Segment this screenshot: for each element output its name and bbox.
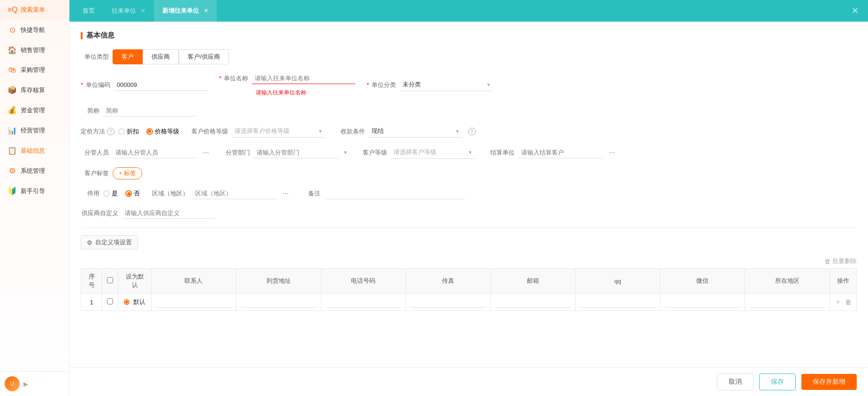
disabled-yes-radio[interactable] bbox=[103, 190, 110, 197]
custom-settings-button[interactable]: ⚙ 自定义项设置 bbox=[81, 235, 138, 249]
sidebar-item-guide[interactable]: 🔰 新手引导 bbox=[0, 181, 69, 201]
remark-input[interactable] bbox=[324, 188, 465, 199]
email-input[interactable] bbox=[495, 296, 571, 308]
th-wechat: 微信 bbox=[660, 269, 745, 294]
batch-delete-icon: 🗑 bbox=[824, 258, 830, 265]
cancel-button[interactable]: 取消 bbox=[717, 373, 754, 390]
unit-type-buttons: 客户 供应商 客户/供应商 bbox=[113, 49, 229, 64]
payment-terms-select[interactable]: 现结 ▼ bbox=[369, 125, 463, 138]
system-icon: ⚙ bbox=[8, 166, 17, 175]
unit-category-select[interactable]: 未分类 ▼ bbox=[400, 78, 494, 91]
address-input[interactable] bbox=[241, 296, 316, 308]
tab-trading-units[interactable]: 往来单位 ✕ bbox=[103, 0, 154, 22]
tab-home[interactable]: 首页 bbox=[74, 0, 103, 22]
tab-bar: 首页 往来单位 ✕ 新增往来单位 ✕ ✕ bbox=[69, 0, 868, 22]
th-checkbox bbox=[102, 269, 118, 294]
add-tag-button[interactable]: + 标签 bbox=[113, 167, 142, 179]
customer-level-placeholder: 请选择客户等级 bbox=[394, 148, 466, 156]
sidebar-item-label: 基础信息 bbox=[21, 147, 45, 155]
unit-name-input[interactable] bbox=[252, 73, 355, 84]
sidebar-item-purchase[interactable]: 🛍 采购管理 bbox=[0, 60, 69, 80]
td-area[interactable] bbox=[745, 294, 830, 311]
td-fax[interactable] bbox=[406, 294, 491, 311]
divider bbox=[81, 227, 857, 228]
region-more[interactable]: ··· bbox=[281, 189, 290, 198]
area-input[interactable] bbox=[750, 296, 825, 308]
qq-input[interactable] bbox=[580, 296, 655, 308]
table-header: 序号 设为默认 联系人 到货地址 电话号码 传真 邮箱 qq 微信 所在地区 操… bbox=[81, 269, 857, 294]
add-row-icon[interactable]: ＋ bbox=[835, 298, 841, 306]
unit-name-label: * 单位名称 bbox=[219, 74, 249, 83]
unit-code-input[interactable] bbox=[114, 79, 208, 91]
phone-input[interactable] bbox=[326, 296, 401, 308]
pricing-discount-option[interactable]: 折扣 bbox=[118, 127, 139, 136]
dept-chevron: ▼ bbox=[343, 150, 348, 155]
sidebar-expand-icon[interactable]: ▶ bbox=[23, 380, 28, 388]
disabled-no-option[interactable]: 否 bbox=[125, 189, 140, 198]
sidebar: ≡Q 搜索菜单 ⊙ 快捷导航 🏠 销售管理 🛍 采购管理 📦 库存核算 💰 资金… bbox=[0, 0, 69, 396]
avatar: U bbox=[5, 376, 20, 391]
unit-name-required: * bbox=[219, 75, 221, 82]
pricing-level-option[interactable]: 价格等级 bbox=[146, 127, 179, 136]
fax-input[interactable] bbox=[411, 296, 486, 308]
td-default: 默认 bbox=[118, 294, 152, 311]
tab-bar-close-button[interactable]: ✕ bbox=[847, 6, 863, 16]
customer-price-level-select[interactable]: 请选择客户价格等级 ▼ bbox=[232, 125, 326, 138]
tab-trading-units-close[interactable]: ✕ bbox=[141, 8, 145, 14]
default-radio[interactable] bbox=[124, 299, 129, 305]
region-input[interactable] bbox=[192, 188, 277, 199]
tab-trading-units-label: 往来单位 bbox=[112, 7, 136, 15]
customer-level-field: 客户等级 请选择客户等级 ▼ bbox=[359, 146, 475, 159]
delete-row-icon[interactable]: 🗑 bbox=[845, 298, 852, 306]
inventory-icon: 📦 bbox=[8, 85, 17, 94]
type-btn-supplier[interactable]: 供应商 bbox=[143, 49, 179, 64]
td-qq[interactable] bbox=[575, 294, 660, 311]
wechat-input[interactable] bbox=[665, 296, 740, 308]
dept-input[interactable] bbox=[254, 147, 338, 158]
td-email[interactable] bbox=[490, 294, 575, 311]
td-address[interactable] bbox=[236, 294, 321, 311]
td-wechat[interactable] bbox=[660, 294, 745, 311]
sidebar-item-inventory[interactable]: 📦 库存核算 bbox=[0, 80, 69, 100]
pricing-help-icon[interactable]: ? bbox=[107, 128, 114, 135]
disabled-yes-option[interactable]: 是 bbox=[103, 189, 118, 198]
payment-help-icon[interactable]: ? bbox=[468, 128, 476, 135]
sidebar-item-base-info[interactable]: 📋 基础信息 bbox=[0, 140, 69, 161]
dept-manager-more[interactable]: ··· bbox=[201, 148, 211, 157]
sidebar-item-finance[interactable]: 💰 资金管理 bbox=[0, 100, 69, 120]
batch-delete-label[interactable]: 批量删除 bbox=[832, 257, 857, 265]
tab-new-trading-unit-close[interactable]: ✕ bbox=[204, 8, 208, 14]
payment-terms-chevron: ▼ bbox=[455, 129, 460, 134]
td-contact[interactable] bbox=[152, 294, 236, 311]
type-btn-customer[interactable]: 客户 bbox=[113, 49, 143, 64]
pricing-level-radio[interactable] bbox=[146, 128, 153, 135]
dept-manager-input[interactable] bbox=[113, 147, 197, 158]
pricing-discount-radio[interactable] bbox=[118, 128, 125, 135]
row-checkbox[interactable] bbox=[107, 298, 113, 304]
select-all-checkbox[interactable] bbox=[107, 277, 113, 283]
customer-level-select[interactable]: 请选择客户等级 ▼ bbox=[391, 146, 475, 159]
short-name-input[interactable] bbox=[103, 105, 197, 116]
sidebar-item-search[interactable]: ≡Q 搜索菜单 bbox=[0, 0, 69, 20]
td-phone[interactable] bbox=[321, 294, 406, 311]
sidebar-item-operations[interactable]: 📊 经营管理 bbox=[0, 120, 69, 140]
save-new-button[interactable]: 保存并新增 bbox=[801, 374, 857, 390]
sidebar-item-label: 资金管理 bbox=[21, 106, 45, 115]
customer-price-level-chevron: ▼ bbox=[318, 129, 323, 134]
sidebar-item-quick-nav[interactable]: ⊙ 快捷导航 bbox=[0, 20, 69, 40]
sidebar-item-sales[interactable]: 🏠 销售管理 bbox=[0, 40, 69, 60]
save-button[interactable]: 保存 bbox=[759, 373, 796, 390]
default-radio-option[interactable]: 默认 bbox=[123, 298, 146, 306]
unit-category-chevron: ▼ bbox=[486, 82, 491, 87]
sidebar-item-label: 库存核算 bbox=[21, 86, 45, 94]
contact-input[interactable] bbox=[156, 296, 231, 308]
sidebar-item-system[interactable]: ⚙ 系统管理 bbox=[0, 161, 69, 181]
customer-tag-field: 客户标签 + 标签 bbox=[81, 167, 142, 179]
settlement-unit-more[interactable]: ··· bbox=[607, 148, 617, 157]
tab-new-trading-unit[interactable]: 新增往来单位 ✕ bbox=[154, 0, 217, 22]
settlement-unit-input[interactable] bbox=[518, 147, 603, 158]
region-field: 区域（地区） ··· bbox=[151, 188, 290, 199]
type-btn-both[interactable]: 客户/供应商 bbox=[179, 49, 229, 64]
supplier-custom-input[interactable] bbox=[122, 208, 216, 219]
disabled-no-radio[interactable] bbox=[125, 190, 132, 197]
